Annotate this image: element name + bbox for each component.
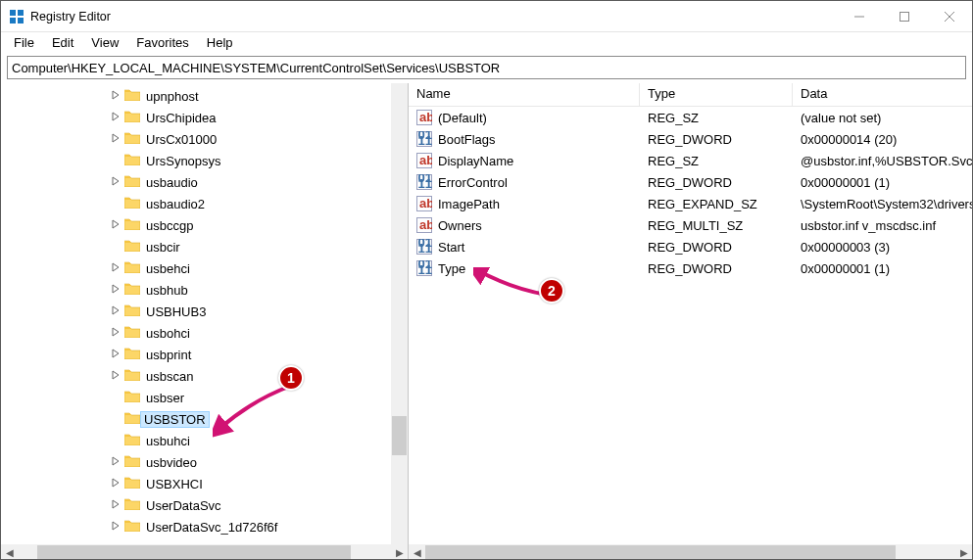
- expander-icon[interactable]: [109, 370, 122, 382]
- column-type[interactable]: Type: [640, 83, 793, 106]
- value-name: (Default): [438, 111, 487, 125]
- value-type: REG_DWORD: [640, 132, 793, 147]
- value-data: @usbstor.inf,%USBSTOR.SvcDesc%: [793, 154, 972, 168]
- menu-file[interactable]: File: [5, 33, 43, 53]
- menu-favorites[interactable]: Favorites: [127, 33, 197, 53]
- folder-icon: [122, 110, 144, 125]
- tree-item-label: usbprint: [144, 348, 193, 362]
- value-type: REG_DWORD: [640, 175, 793, 190]
- scroll-left-button[interactable]: ◀: [1, 544, 18, 560]
- tree-item-label: usbehci: [144, 261, 192, 276]
- expander-icon[interactable]: [109, 219, 122, 231]
- value-name: BootFlags: [438, 132, 496, 147]
- tree-item-usbcir[interactable]: usbcir: [1, 236, 408, 257]
- reg-string-icon: [416, 153, 432, 168]
- expander-icon[interactable]: [109, 456, 122, 468]
- tree-item-usbehci[interactable]: usbehci: [1, 257, 408, 279]
- tree-item-usbaudio2[interactable]: usbaudio2: [1, 193, 408, 214]
- expander-icon[interactable]: [109, 133, 122, 145]
- value-data: 0x00000003 (3): [793, 240, 972, 255]
- folder-icon: [122, 260, 144, 276]
- tree-item-urscx01000[interactable]: UrsCx01000: [1, 128, 408, 150]
- tree-item-urschipidea[interactable]: UrsChipidea: [1, 107, 408, 128]
- folder-icon: [122, 131, 144, 147]
- tree-item-urssynopsys[interactable]: UrsSynopsys: [1, 150, 408, 171]
- tree-item-usbccgp[interactable]: usbccgp: [1, 214, 408, 236]
- tree-item-label: upnphost: [144, 89, 201, 104]
- expander-icon[interactable]: [109, 112, 122, 123]
- maximize-button[interactable]: [882, 1, 927, 31]
- expander-icon[interactable]: [109, 305, 122, 317]
- list-horizontal-scrollbar[interactable]: ◀ ▶: [409, 544, 972, 560]
- expander-icon[interactable]: [109, 521, 122, 533]
- tree-item-usbscan[interactable]: usbscan: [1, 365, 408, 387]
- expander-icon[interactable]: [109, 284, 122, 296]
- menu-edit[interactable]: Edit: [43, 33, 82, 53]
- value-type: REG_DWORD: [640, 240, 793, 255]
- folder-icon: [122, 196, 144, 211]
- scroll-left-button[interactable]: ◀: [409, 544, 425, 560]
- tree-item-usbser[interactable]: usbser: [1, 387, 408, 408]
- expander-icon[interactable]: [109, 349, 122, 360]
- tree-horizontal-scrollbar[interactable]: ◀ ▶: [1, 544, 408, 560]
- folder-icon: [122, 282, 144, 298]
- tree-item-usbstor[interactable]: USBSTOR: [1, 408, 408, 430]
- close-button[interactable]: [927, 1, 972, 31]
- expander-icon[interactable]: [109, 499, 122, 511]
- tree-item-label: usbaudio2: [144, 197, 207, 211]
- tree-item-usbuhci[interactable]: usbuhci: [1, 430, 408, 451]
- column-name[interactable]: Name: [409, 83, 640, 106]
- expander-icon[interactable]: [109, 176, 122, 188]
- folder-icon: [122, 325, 144, 341]
- tree-item-label: UrsCx01000: [144, 132, 219, 147]
- scroll-right-button[interactable]: ▶: [391, 544, 408, 560]
- tree-vertical-scrollbar[interactable]: [391, 83, 408, 544]
- value-row-bootflags[interactable]: BootFlagsREG_DWORD0x00000014 (20): [409, 128, 972, 150]
- value-row-errorcontrol[interactable]: ErrorControlREG_DWORD0x00000001 (1): [409, 171, 972, 193]
- reg-string-icon: [416, 196, 432, 211]
- scroll-right-button[interactable]: ▶: [955, 544, 972, 560]
- tree-item-userdatasvc_1d726f6f[interactable]: UserDataSvc_1d726f6f: [1, 516, 408, 537]
- address-text: Computer\HKEY_LOCAL_MACHINE\SYSTEM\Curre…: [12, 61, 500, 75]
- value-row-imagepath[interactable]: ImagePathREG_EXPAND_SZ\SystemRoot\System…: [409, 193, 972, 214]
- tree-item-usbohci[interactable]: usbohci: [1, 322, 408, 344]
- menubar: File Edit View Favorites Help: [1, 32, 972, 54]
- value-type: REG_DWORD: [640, 261, 793, 276]
- tree-item-usbaudio[interactable]: usbaudio: [1, 171, 408, 193]
- value-type: REG_EXPAND_SZ: [640, 197, 793, 211]
- value-row-type[interactable]: TypeREG_DWORD0x00000001 (1): [409, 257, 972, 279]
- value-row-default[interactable]: (Default)REG_SZ(value not set): [409, 107, 972, 128]
- minimize-button[interactable]: [837, 1, 882, 31]
- address-bar[interactable]: Computer\HKEY_LOCAL_MACHINE\SYSTEM\Curre…: [7, 56, 966, 79]
- expander-icon[interactable]: [109, 262, 122, 274]
- window-title: Registry Editor: [30, 10, 837, 23]
- tree-item-label: USBXHCI: [144, 477, 205, 491]
- svg-rect-4: [900, 12, 909, 21]
- expander-icon[interactable]: [109, 90, 122, 102]
- value-row-displayname[interactable]: DisplayNameREG_SZ@usbstor.inf,%USBSTOR.S…: [409, 150, 972, 171]
- expander-icon[interactable]: [109, 478, 122, 490]
- value-row-owners[interactable]: OwnersREG_MULTI_SZusbstor.inf v_mscdsc.i…: [409, 214, 972, 236]
- column-data[interactable]: Data: [793, 83, 972, 106]
- tree-item-usbhub[interactable]: usbhub: [1, 279, 408, 301]
- tree-item-usbxhci[interactable]: USBXHCI: [1, 473, 408, 494]
- value-name: ImagePath: [438, 197, 500, 211]
- expander-icon[interactable]: [109, 327, 122, 339]
- tree-item-usbhub3[interactable]: USBHUB3: [1, 301, 408, 322]
- titlebar[interactable]: Registry Editor: [1, 1, 972, 32]
- menu-view[interactable]: View: [82, 33, 127, 53]
- folder-icon: [122, 519, 144, 535]
- folder-icon: [122, 239, 144, 255]
- value-data: 0x00000001 (1): [793, 175, 972, 190]
- folder-icon: [122, 454, 144, 470]
- tree-item-userdatasvc[interactable]: UserDataSvc: [1, 494, 408, 516]
- tree-item-usbvideo[interactable]: usbvideo: [1, 451, 408, 473]
- tree-item-usbprint[interactable]: usbprint: [1, 344, 408, 365]
- menu-help[interactable]: Help: [198, 33, 242, 53]
- value-row-start[interactable]: StartREG_DWORD0x00000003 (3): [409, 236, 972, 257]
- folder-icon: [122, 153, 144, 168]
- folder-icon: [122, 476, 144, 491]
- folder-icon: [122, 303, 144, 319]
- tree-item-label: UserDataSvc_1d726f6f: [144, 520, 279, 535]
- tree-item-upnphost[interactable]: upnphost: [1, 85, 408, 107]
